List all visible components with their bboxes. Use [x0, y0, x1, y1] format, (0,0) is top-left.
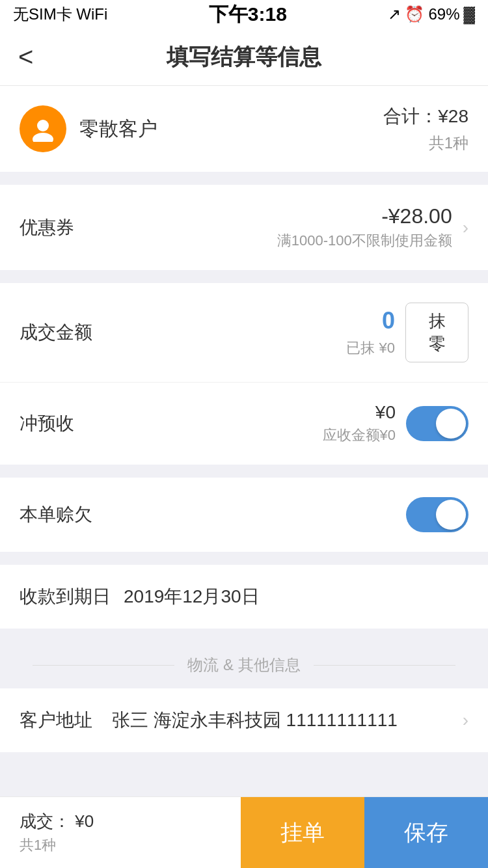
address-section[interactable]: 客户地址 张三 海淀永丰科技园 11111111111 › — [0, 688, 488, 752]
amount-value-group: 已抹 ¥0 — [92, 307, 395, 358]
svg-point-1 — [33, 133, 53, 142]
customer-card: 零散客户 合计：¥28 共1种 — [0, 86, 488, 172]
logistics-label: 物流 & 其他信息 — [187, 655, 300, 675]
amount-input[interactable] — [92, 307, 395, 334]
due-date-value[interactable]: 2019年12月30日 — [124, 584, 260, 609]
amount-label: 成交金额 — [20, 320, 92, 345]
coupon-row[interactable]: 优惠券 -¥28.00 满1000-100不限制使用金额 › — [0, 185, 488, 270]
due-date-section: 收款到期日 2019年12月30日 — [0, 565, 488, 629]
debt-row: 本单赊欠 — [0, 478, 488, 552]
customer-info-left: 零散客户 — [20, 105, 157, 152]
amount-row: 成交金额 已抹 ¥0 抹零 — [0, 283, 488, 383]
amount-section: 成交金额 已抹 ¥0 抹零 冲预收 ¥0 应收金额¥0 — [0, 283, 488, 465]
amount-right: 已抹 ¥0 抹零 — [92, 303, 468, 362]
svg-point-0 — [37, 120, 49, 131]
debt-toggle-knob — [436, 500, 466, 530]
page-title: 填写结算等信息 — [167, 42, 321, 72]
customer-count: 共1种 — [383, 133, 468, 154]
debt-label: 本单赊欠 — [20, 502, 92, 527]
direction-icon: ↗ — [388, 5, 401, 23]
customer-total: 合计：¥28 — [383, 104, 468, 129]
pending-button[interactable]: 挂单 — [241, 797, 364, 869]
prepay-label: 冲预收 — [20, 411, 74, 436]
amount-sub: 已抹 ¥0 — [92, 338, 395, 358]
sim-label: 无SIM卡 WiFi — [13, 4, 107, 25]
customer-info-right: 合计：¥28 共1种 — [383, 104, 468, 154]
divider-right — [314, 665, 455, 666]
prepay-right: ¥0 应收金额¥0 — [323, 402, 468, 445]
address-chevron-icon: › — [463, 710, 468, 731]
status-right: ↗ ⏰ 69% ▓ — [388, 5, 475, 23]
content-area: 零散客户 合计：¥28 共1种 优惠券 -¥28.00 满1000-100不限制… — [0, 86, 488, 843]
divider-left — [33, 665, 174, 666]
address-value: 张三 海淀永丰科技园 11111111111 — [112, 708, 463, 733]
prepay-value-group: ¥0 应收金额¥0 — [323, 402, 396, 445]
deal-label: 成交： — [20, 811, 70, 831]
coupon-right: -¥28.00 满1000-100不限制使用金额 › — [277, 204, 468, 251]
due-date-label: 收款到期日 — [20, 584, 111, 609]
status-left: 无SIM卡 WiFi — [13, 4, 107, 25]
prepay-amount: ¥0 — [323, 402, 396, 423]
coupon-section[interactable]: 优惠券 -¥28.00 满1000-100不限制使用金额 › — [0, 185, 488, 270]
logistics-header: 物流 & 其他信息 — [0, 642, 488, 688]
debt-section: 本单赊欠 — [0, 478, 488, 552]
address-label: 客户地址 — [20, 708, 92, 733]
round-button[interactable]: 抹零 — [405, 303, 468, 362]
battery-icon: ▓ — [464, 5, 476, 23]
status-bar: 无SIM卡 WiFi 下午3:18 ↗ ⏰ 69% ▓ — [0, 0, 488, 29]
due-date-row: 收款到期日 2019年12月30日 — [0, 565, 488, 629]
nav-bar: < 填写结算等信息 — [0, 29, 488, 86]
bottom-bar: 成交： ¥0 共1种 挂单 保存 — [0, 796, 488, 868]
avatar — [20, 105, 66, 152]
prepay-sub: 应收金额¥0 — [323, 426, 396, 445]
coupon-desc: 满1000-100不限制使用金额 — [277, 231, 452, 251]
bottom-info: 成交： ¥0 共1种 — [0, 810, 241, 855]
toggle-knob — [436, 409, 466, 439]
save-button[interactable]: 保存 — [364, 797, 488, 869]
customer-name: 零散客户 — [79, 116, 157, 142]
coupon-value: -¥28.00 满1000-100不限制使用金额 — [277, 204, 452, 251]
address-row[interactable]: 客户地址 张三 海淀永丰科技园 11111111111 › — [0, 688, 488, 752]
back-button[interactable]: < — [18, 42, 33, 72]
battery-label: 69% — [428, 5, 459, 23]
debt-toggle[interactable] — [406, 497, 468, 532]
coupon-label: 优惠券 — [20, 215, 74, 240]
bottom-deal-amount: 成交： ¥0 — [20, 810, 221, 833]
status-time: 下午3:18 — [209, 1, 287, 28]
prepay-toggle[interactable] — [406, 406, 468, 441]
coupon-discount: -¥28.00 — [277, 204, 452, 228]
chevron-right-icon: › — [463, 217, 468, 238]
bottom-count: 共1种 — [20, 835, 221, 855]
deal-amount: ¥0 — [75, 811, 94, 831]
alarm-icon: ⏰ — [405, 5, 424, 23]
prepay-row: 冲预收 ¥0 应收金额¥0 — [0, 383, 488, 465]
